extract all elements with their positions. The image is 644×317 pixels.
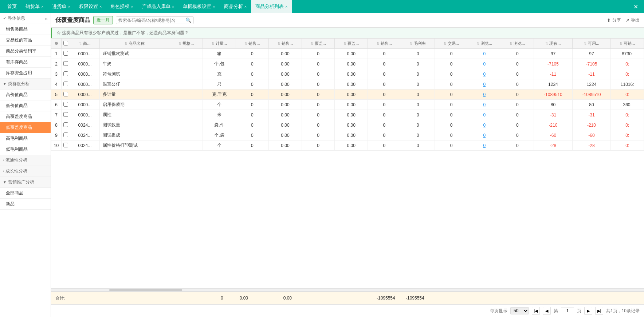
cell-sales2: 0.00 xyxy=(269,49,302,59)
sidebar-item-low-value[interactable]: 低价值商品 xyxy=(0,100,51,111)
cell-browse1[interactable]: 0 xyxy=(468,110,501,120)
th-gross-margin[interactable]: ⇅ 毛利率 xyxy=(401,39,435,49)
th-code[interactable]: ⇅ 商... xyxy=(70,39,100,49)
sidebar-section-group-analysis[interactable]: ▼ 类群度分析 xyxy=(0,79,51,90)
cell-browse1[interactable]: 0 xyxy=(468,79,501,90)
scrollbar-thumb[interactable] xyxy=(109,289,182,291)
export-action[interactable]: ↗ 导出 xyxy=(625,17,640,23)
nav-product-entry[interactable]: 产成品入库单 × xyxy=(138,0,178,13)
cell-checkbox[interactable] xyxy=(62,110,70,120)
th-name[interactable]: ⇅ 商品名称 xyxy=(99,39,170,49)
sidebar-collapse-btn[interactable]: ✓ 整体信息 « xyxy=(0,13,51,24)
sidebar-item-sales-goods[interactable]: 销售类商品 xyxy=(0,24,51,35)
cell-spec xyxy=(170,79,203,90)
nav-sales[interactable]: 销货单 × xyxy=(21,0,48,13)
collapse-icon[interactable]: « xyxy=(45,16,48,21)
sidebar-item-new-goods[interactable]: 新品 xyxy=(0,199,51,210)
nav-template-settings[interactable]: 单据模板设置 × xyxy=(178,0,219,13)
cell-browse1[interactable]: 0 xyxy=(468,100,501,110)
next-page-btn[interactable]: ▶ xyxy=(584,307,592,315)
th-trade[interactable]: ⇅ 交易... xyxy=(435,39,468,49)
th-browse1[interactable]: ⇅ 浏览... xyxy=(468,39,501,49)
th-spec[interactable]: ⇅ 规格... xyxy=(170,39,203,49)
sidebar-section-marketing[interactable]: ▼ 营销推广分析 xyxy=(0,177,51,188)
nav-close-purchase[interactable]: × xyxy=(68,4,70,9)
cell-browse1[interactable]: 0 xyxy=(468,130,501,140)
table-container[interactable]: ⚙ ⇅ 商... ⇅ 商品名称 ⇅ 规格... ⇅ 计量... ⇅ 销售... … xyxy=(51,38,644,288)
cell-cover1: 0 xyxy=(302,59,335,69)
nav-close-roles[interactable]: × xyxy=(131,4,133,9)
cell-checkbox[interactable] xyxy=(62,79,70,90)
sidebar-item-high-value[interactable]: 高价值商品 xyxy=(0,90,51,100)
th-settings[interactable]: ⚙ xyxy=(51,39,62,49)
cell-checkbox[interactable] xyxy=(62,130,70,140)
th-current[interactable]: ⇅ 现有... xyxy=(534,39,573,49)
cell-browse1[interactable]: 0 xyxy=(468,69,501,79)
share-action[interactable]: ⬆ 分享 xyxy=(607,17,621,23)
cell-browse1[interactable]: 0 xyxy=(468,49,501,59)
th-cover2[interactable]: ⇅ 覆盖... xyxy=(335,39,368,49)
cell-browse2: 0 xyxy=(501,110,534,120)
sidebar-section-liquidity[interactable]: › 流通性分析 xyxy=(0,155,51,166)
cell-checkbox[interactable] xyxy=(62,90,70,100)
nav-close-sales[interactable]: × xyxy=(41,4,43,9)
cell-no: 5 xyxy=(51,90,62,100)
th-unit[interactable]: ⇅ 计量... xyxy=(203,39,236,49)
filter-btn[interactable]: 近一月 xyxy=(93,16,113,24)
first-page-btn[interactable]: |◀ xyxy=(532,307,540,315)
nav-close-permissions[interactable]: × xyxy=(99,4,102,9)
sidebar-item-high-margin[interactable]: 高毛利商品 xyxy=(0,133,51,144)
th-saleable[interactable]: ⇅ 可销... xyxy=(611,39,644,49)
th-available[interactable]: ⇅ 可用... xyxy=(572,39,611,49)
th-sales3[interactable]: ⇅ 销售... xyxy=(368,39,401,49)
nav-goods-analysis-list[interactable]: 商品分析列表 × xyxy=(251,0,292,13)
sidebar-item-low-margin[interactable]: 低毛利商品 xyxy=(0,144,51,155)
cell-browse1[interactable]: 0 xyxy=(468,59,501,69)
cell-checkbox[interactable] xyxy=(62,100,70,110)
horizontal-scrollbar[interactable] xyxy=(51,288,644,291)
select-all-checkbox[interactable] xyxy=(63,41,68,45)
sidebar-item-stock-capital[interactable]: 库存资金占用 xyxy=(0,68,51,79)
sidebar-item-low-coverage[interactable]: 低覆盖度商品 xyxy=(0,122,51,133)
window-close-button[interactable]: ✕ xyxy=(631,3,641,10)
nav-close-product-entry[interactable]: × xyxy=(172,4,174,9)
cell-checkbox[interactable] xyxy=(62,49,70,59)
cell-sales2: 0.00 xyxy=(269,69,302,79)
cell-browse1[interactable]: 0 xyxy=(468,120,501,130)
last-page-btn[interactable]: ▶| xyxy=(595,307,603,315)
nav-roles[interactable]: 角色授权 × xyxy=(106,0,137,13)
sidebar-section-growth[interactable]: › 成长性分析 xyxy=(0,166,51,177)
cell-checkbox[interactable] xyxy=(62,120,70,130)
nav-home[interactable]: 首页 xyxy=(3,0,21,13)
cell-checkbox[interactable] xyxy=(62,140,70,151)
cell-name: 属性价格打印测试 xyxy=(99,140,170,151)
prev-page-btn[interactable]: ◀ xyxy=(543,307,551,315)
search-icon[interactable]: 🔍 xyxy=(185,17,191,23)
cell-checkbox[interactable] xyxy=(62,69,70,79)
th-cover1[interactable]: ⇅ 覆盖... xyxy=(302,39,335,49)
sidebar-item-high-coverage[interactable]: 高覆盖度商品 xyxy=(0,111,51,122)
nav-close-goods-analysis[interactable]: × xyxy=(244,4,247,9)
sidebar-item-traded-goods[interactable]: 交易过的商品 xyxy=(0,35,51,46)
cell-browse1[interactable]: 0 xyxy=(468,90,501,100)
cell-cover2: 0.00 xyxy=(335,130,368,140)
nav-close-template-settings[interactable]: × xyxy=(213,4,215,9)
cell-browse2: 0 xyxy=(501,49,534,59)
cell-checkbox[interactable] xyxy=(62,59,70,69)
cell-trade: 0 xyxy=(435,90,468,100)
sidebar-item-category-rate[interactable]: 商品分类动销率 xyxy=(0,46,51,57)
sidebar-item-all-goods[interactable]: 全部商品 xyxy=(0,188,51,199)
cell-sales3: 0 xyxy=(368,120,401,130)
th-browse2[interactable]: ⇅ 浏览... xyxy=(501,39,534,49)
th-sales1[interactable]: ⇅ 销售... xyxy=(236,39,269,49)
nav-permissions[interactable]: 权限设置 × xyxy=(75,0,106,13)
nav-close-goods-analysis-list[interactable]: × xyxy=(285,4,287,9)
per-page-select[interactable]: 50 100 200 xyxy=(510,307,529,314)
nav-purchase[interactable]: 进货单 × xyxy=(48,0,74,13)
cell-browse1[interactable]: 0 xyxy=(468,140,501,151)
sidebar-item-in-stock[interactable]: 有库存商品 xyxy=(0,57,51,68)
search-input[interactable] xyxy=(118,18,184,23)
page-input[interactable] xyxy=(561,308,574,314)
nav-goods-analysis[interactable]: 商品分析 × xyxy=(220,0,251,13)
th-sales2[interactable]: ⇅ 销售... xyxy=(269,39,302,49)
